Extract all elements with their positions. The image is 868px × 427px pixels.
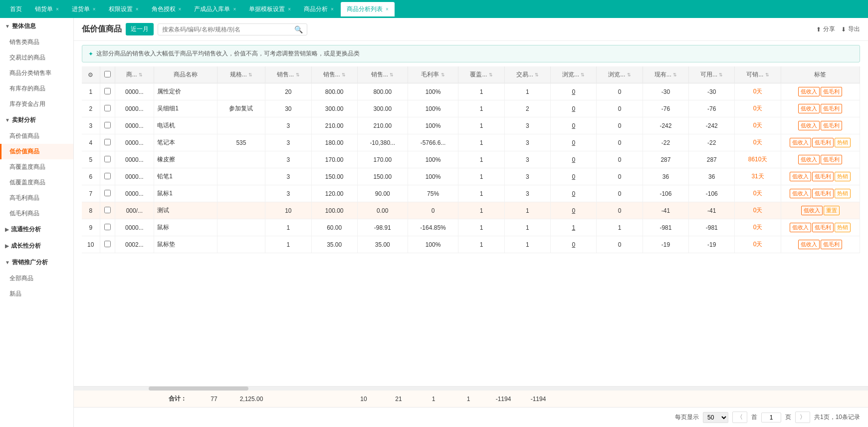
sidebar-group-marketing[interactable]: ▼ 营销推广分析 <box>0 254 73 271</box>
sort-icon[interactable]: ⇅ <box>535 72 539 77</box>
date-filter-button[interactable]: 近一月 <box>126 23 154 35</box>
sidebar-item-high-margin[interactable]: 高毛利商品 <box>0 190 73 206</box>
nav-role-auth[interactable]: 角色授权 × <box>146 2 188 16</box>
browse-count1[interactable]: 1 <box>551 219 597 236</box>
row-checkbox[interactable] <box>104 88 111 94</box>
sort-icon[interactable]: ⇅ <box>765 72 769 77</box>
sidebar-item-traded-products[interactable]: 交易过的商品 <box>0 50 73 65</box>
nav-permission[interactable]: 权限设置 × <box>103 2 145 16</box>
browse-link[interactable]: 0 <box>572 241 575 248</box>
nav-close-icon[interactable]: × <box>136 6 139 12</box>
row-checkbox[interactable] <box>104 105 111 111</box>
select-all-checkbox[interactable] <box>104 71 111 77</box>
row-checkbox-cell[interactable] <box>100 185 115 202</box>
browse-link[interactable]: 0 <box>572 173 575 180</box>
browse-count1[interactable]: 0 <box>551 236 597 253</box>
browse-link[interactable]: 0 <box>572 156 575 163</box>
next-page-button[interactable]: 〉 <box>795 412 810 423</box>
row-checkbox[interactable] <box>104 139 111 145</box>
sort-icon[interactable]: ⇅ <box>581 72 585 77</box>
sidebar-item-high-value[interactable]: 高价值商品 <box>0 128 73 144</box>
product-name[interactable]: 吴细细1 <box>154 100 217 117</box>
row-checkbox-cell[interactable] <box>100 151 115 168</box>
nav-close-icon[interactable]: × <box>56 6 59 12</box>
first-page-button[interactable]: 〈 <box>732 412 747 423</box>
row-checkbox-cell[interactable] <box>100 83 115 100</box>
horizontal-scrollbar[interactable] <box>74 387 868 391</box>
sidebar-group-financial[interactable]: ▼ 卖财分析 <box>0 112 73 128</box>
sidebar-item-low-coverage[interactable]: 低覆盖度商品 <box>0 175 73 190</box>
browse-link[interactable]: 0 <box>572 105 575 112</box>
search-icon[interactable]: 🔍 <box>294 25 303 33</box>
browse-count1[interactable]: 0 <box>551 117 597 134</box>
sidebar-group-liquidity[interactable]: ▶ 流通性分析 <box>0 221 73 238</box>
browse-count1[interactable]: 0 <box>551 168 597 185</box>
sidebar-item-high-coverage[interactable]: 高覆盖度商品 <box>0 159 73 175</box>
share-button[interactable]: ⬆ 分享 <box>816 25 835 33</box>
browse-count1[interactable]: 0 <box>551 185 597 202</box>
nav-close-icon[interactable]: × <box>233 6 236 12</box>
sort-icon[interactable]: ⇅ <box>390 72 394 77</box>
row-checkbox-cell[interactable] <box>100 117 115 134</box>
nav-product-analysis[interactable]: 商品分析 × <box>298 2 340 16</box>
search-input[interactable] <box>162 26 292 33</box>
row-checkbox[interactable] <box>104 156 111 162</box>
sidebar-item-category-rate[interactable]: 商品分类销售率 <box>0 65 73 81</box>
nav-template[interactable]: 单据模板设置 × <box>243 2 297 16</box>
nav-home[interactable]: 首页 <box>4 2 28 16</box>
browse-link[interactable]: 0 <box>572 88 575 95</box>
nav-close-icon[interactable]: × <box>386 6 389 12</box>
nav-close-icon[interactable]: × <box>93 6 96 12</box>
browse-count1[interactable]: 0 <box>551 151 597 168</box>
sort-icon[interactable]: ⇅ <box>441 72 445 77</box>
browse-count1[interactable]: 0 <box>551 134 597 151</box>
nav-purchase-order[interactable]: 进货单 × <box>66 2 102 16</box>
sort-icon[interactable]: ⇅ <box>248 72 252 77</box>
nav-product-analysis-list[interactable]: 商品分析列表 × <box>341 2 395 16</box>
sidebar-group-growth[interactable]: ▶ 成长性分析 <box>0 238 73 254</box>
sidebar-item-new-products[interactable]: 新品 <box>0 286 73 302</box>
product-name[interactable]: 橡皮擦 <box>154 151 217 168</box>
nav-sales-order[interactable]: 销货单 × <box>29 2 65 16</box>
sort-icon[interactable]: ⇅ <box>673 72 677 77</box>
nav-product-stock[interactable]: 产成品入库单 × <box>188 2 242 16</box>
row-checkbox[interactable] <box>104 173 111 179</box>
product-name[interactable]: 属性定价 <box>154 83 217 100</box>
sidebar-item-all-products[interactable]: 全部商品 <box>0 271 73 286</box>
sort-icon[interactable]: ⇅ <box>296 72 300 77</box>
browse-link[interactable]: 1 <box>572 224 575 231</box>
browse-link[interactable]: 0 <box>572 207 575 214</box>
sidebar-item-stock-capital[interactable]: 库存资金占用 <box>0 96 73 112</box>
nav-close-icon[interactable]: × <box>288 6 291 12</box>
sidebar-group-overall[interactable]: ▼ 整体信息 <box>0 18 73 34</box>
scrollbar-thumb[interactable] <box>149 387 248 391</box>
browse-link[interactable]: 0 <box>572 190 575 197</box>
sidebar-item-sales-products[interactable]: 销售类商品 <box>0 34 73 50</box>
row-checkbox-cell[interactable] <box>100 219 115 236</box>
row-checkbox-cell[interactable] <box>100 202 115 219</box>
browse-count1[interactable]: 0 <box>551 202 597 219</box>
product-name[interactable]: 铅笔1 <box>154 168 217 185</box>
sort-icon[interactable]: ⇅ <box>719 72 723 77</box>
row-checkbox[interactable] <box>104 190 111 196</box>
th-settings[interactable]: ⚙ <box>82 66 100 83</box>
sort-icon[interactable]: ⇅ <box>139 72 143 77</box>
product-name[interactable]: 测试 <box>154 202 217 219</box>
sidebar-item-low-value[interactable]: 低价值商品 <box>0 144 73 159</box>
row-checkbox-cell[interactable] <box>100 168 115 185</box>
row-checkbox-cell[interactable] <box>100 134 115 151</box>
page-number-input[interactable] <box>761 413 781 423</box>
row-checkbox-cell[interactable] <box>100 236 115 253</box>
sidebar-item-stock-products[interactable]: 有库存的商品 <box>0 81 73 96</box>
browse-count1[interactable]: 0 <box>551 83 597 100</box>
sort-icon[interactable]: ⇅ <box>342 72 346 77</box>
browse-link[interactable]: 0 <box>572 122 575 129</box>
nav-close-icon[interactable]: × <box>331 6 334 12</box>
export-button[interactable]: ⬇ 导出 <box>841 25 860 33</box>
sort-icon[interactable]: ⇅ <box>627 72 631 77</box>
browse-link[interactable]: 0 <box>572 139 575 146</box>
row-checkbox[interactable] <box>104 224 111 230</box>
sidebar-item-low-margin[interactable]: 低毛利商品 <box>0 206 73 221</box>
product-name[interactable]: 鼠标1 <box>154 185 217 202</box>
product-name[interactable]: 鼠标 <box>154 219 217 236</box>
